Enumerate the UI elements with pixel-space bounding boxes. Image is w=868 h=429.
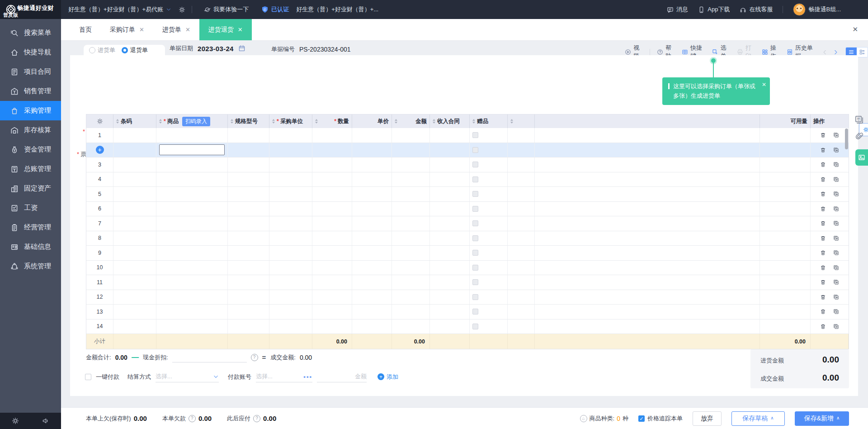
- sort-icon[interactable]: [395, 119, 397, 124]
- gift-checkbox[interactable]: [472, 206, 478, 212]
- tab-进货单[interactable]: 进货单✕: [153, 19, 199, 40]
- card-view-button[interactable]: [857, 48, 868, 57]
- help-icon[interactable]: ?: [253, 415, 260, 422]
- pay-account-picker-icon[interactable]: •••: [303, 373, 312, 380]
- sidebar-item-快捷导航[interactable]: 快捷导航: [0, 43, 61, 62]
- sort-icon[interactable]: [433, 119, 435, 124]
- nav-next-icon[interactable]: [833, 49, 839, 55]
- messages-button[interactable]: 消息: [667, 5, 688, 14]
- save-draft-button[interactable]: 保存草稿∧: [731, 411, 785, 426]
- table-row[interactable]: 9: [86, 246, 849, 261]
- copy-row-icon[interactable]: [833, 191, 839, 197]
- add-payment-button[interactable]: + 添加: [377, 373, 398, 381]
- price-track-toggle[interactable]: ✓ 价格追踪本单: [638, 415, 683, 423]
- table-row[interactable]: 4: [86, 172, 849, 187]
- table-row[interactable]: 11: [86, 275, 849, 290]
- delete-row-icon[interactable]: [820, 294, 826, 300]
- account-combo[interactable]: 好生意（普）+好业财（普）+...: [296, 5, 378, 14]
- support-button[interactable]: 在线客服: [740, 5, 773, 14]
- table-row[interactable]: 6: [86, 202, 849, 217]
- doc-type-radio-退货单[interactable]: 退货单: [122, 46, 148, 54]
- sort-icon[interactable]: [472, 119, 475, 124]
- copy-row-icon[interactable]: [833, 176, 839, 182]
- sort-icon[interactable]: [116, 119, 119, 124]
- copy-row-icon[interactable]: [833, 235, 839, 241]
- save-and-new-button[interactable]: 保存&新增∧: [795, 411, 849, 426]
- tab-采购订单[interactable]: 采购订单✕: [101, 19, 153, 40]
- delete-row-icon[interactable]: [820, 324, 826, 329]
- copy-row-icon[interactable]: [833, 324, 839, 329]
- sidebar-item-项目合同[interactable]: 项目合同: [0, 62, 61, 81]
- close-icon[interactable]: ✕: [238, 26, 243, 33]
- copy-row-icon[interactable]: [833, 279, 839, 285]
- sort-icon[interactable]: [315, 119, 318, 124]
- gift-checkbox[interactable]: [472, 324, 478, 329]
- gift-checkbox[interactable]: [472, 176, 478, 182]
- cash-discount-input[interactable]: [172, 352, 247, 362]
- draft-note-icon[interactable]: 草: [854, 115, 864, 124]
- app-download-button[interactable]: App下载: [698, 5, 730, 14]
- abandon-button[interactable]: 放弃: [693, 411, 722, 426]
- sidebar-item-系统管理[interactable]: 系统管理: [0, 257, 61, 276]
- scan-entry-button[interactable]: 扫码录入: [182, 117, 210, 126]
- table-row[interactable]: +: [86, 143, 849, 158]
- doc-date-value[interactable]: 2023-03-24: [198, 45, 234, 52]
- close-all-tabs-icon[interactable]: ✕: [852, 25, 858, 33]
- sidebar-item-采购管理[interactable]: 采购管理: [0, 101, 61, 120]
- sort-icon[interactable]: [159, 119, 162, 124]
- table-row[interactable]: 10: [86, 261, 849, 276]
- announce-icon[interactable]: [42, 417, 49, 424]
- table-row[interactable]: 8: [86, 231, 849, 246]
- table-scrollbar[interactable]: [845, 129, 848, 149]
- sidebar-item-总账管理[interactable]: 总账管理: [0, 159, 61, 179]
- delete-row-icon[interactable]: [820, 220, 826, 226]
- gift-checkbox[interactable]: [472, 279, 478, 285]
- table-row[interactable]: 5: [86, 187, 849, 202]
- sidebar-item-库存核算[interactable]: 库存核算: [0, 120, 61, 140]
- sort-icon[interactable]: [510, 119, 513, 124]
- tab-首页[interactable]: 首页: [70, 19, 101, 40]
- gift-checkbox[interactable]: [472, 147, 478, 153]
- copy-row-icon[interactable]: [833, 206, 839, 212]
- price-track-checkbox[interactable]: ✓: [638, 415, 645, 422]
- copy-row-icon[interactable]: [833, 250, 839, 256]
- gift-checkbox[interactable]: [472, 265, 478, 271]
- table-row[interactable]: 1: [86, 128, 849, 143]
- close-icon[interactable]: ✕: [185, 26, 190, 33]
- product-cell-input[interactable]: [159, 144, 225, 155]
- copy-row-icon[interactable]: [833, 220, 839, 226]
- table-row[interactable]: 14: [86, 319, 849, 334]
- delete-row-icon[interactable]: [820, 235, 826, 241]
- settle-method-select[interactable]: 选择...: [156, 371, 219, 382]
- copy-row-icon[interactable]: [833, 309, 839, 315]
- table-row[interactable]: 13: [86, 305, 849, 319]
- delete-row-icon[interactable]: [820, 265, 826, 271]
- gear-icon[interactable]: [12, 417, 19, 424]
- nav-prev-icon[interactable]: [822, 49, 828, 55]
- sort-icon[interactable]: [231, 119, 233, 124]
- gift-checkbox[interactable]: [472, 294, 478, 300]
- gift-checkbox[interactable]: [472, 132, 478, 138]
- copy-row-icon[interactable]: [833, 265, 839, 271]
- gift-checkbox[interactable]: [472, 162, 478, 167]
- sidebar-item-搜索菜单[interactable]: 搜索菜单: [0, 23, 61, 43]
- close-icon[interactable]: ✕: [139, 26, 144, 33]
- delete-row-icon[interactable]: [820, 162, 826, 167]
- add-row-icon[interactable]: +: [96, 146, 104, 154]
- gift-checkbox[interactable]: [472, 309, 478, 315]
- trial-link[interactable]: 我要体验一下: [204, 5, 249, 14]
- delete-row-icon[interactable]: [820, 250, 826, 256]
- gift-checkbox[interactable]: [472, 220, 478, 226]
- delete-row-icon[interactable]: [820, 147, 826, 153]
- pay-account-field[interactable]: 选择... •••: [256, 371, 312, 382]
- help-icon[interactable]: ?: [189, 415, 196, 422]
- delete-row-icon[interactable]: [820, 206, 826, 212]
- chevron-down-icon[interactable]: [166, 7, 171, 12]
- delete-row-icon[interactable]: [820, 176, 826, 182]
- copy-row-icon[interactable]: [833, 147, 839, 153]
- copy-row-icon[interactable]: [833, 294, 839, 300]
- table-row[interactable]: 7: [86, 216, 849, 231]
- sidebar-item-基础信息[interactable]: 基础信息: [0, 237, 61, 257]
- delete-row-icon[interactable]: [820, 132, 826, 138]
- sort-icon[interactable]: [272, 119, 275, 124]
